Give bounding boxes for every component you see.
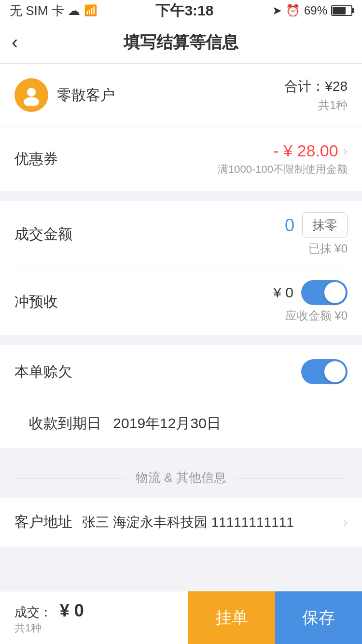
- status-left: 无 SIM 卡 ☁ 📶: [10, 2, 97, 19]
- battery-icon: [331, 5, 352, 16]
- customer-row: 零散客户 合计：¥28 共1种: [0, 64, 362, 126]
- coupon-right: - ¥ 28.00 ›: [273, 141, 348, 160]
- logistics-header: 物流 & 其他信息: [0, 458, 362, 498]
- customer-section: 零散客户 合计：¥28 共1种 优惠券 - ¥ 28.00 › 满1000-10…: [0, 64, 362, 191]
- deal-amount-label: 成交金额: [14, 224, 72, 244]
- customer-left: 零散客户: [14, 78, 115, 112]
- sim-label: 无 SIM 卡 ☁: [10, 2, 80, 19]
- duedate-value: 2019年12月30日: [113, 415, 221, 431]
- deal-amount-value: 0: [285, 215, 294, 236]
- total-amount: 合计：¥28: [284, 77, 348, 96]
- round-button[interactable]: 抹零: [302, 212, 348, 238]
- svg-point-0: [27, 88, 36, 97]
- deal-amount-right: 0 抹零 已抹 ¥0: [285, 212, 348, 256]
- prepay-right: ¥ 0 应收金额 ¥0: [273, 280, 348, 323]
- deal-amount-row: 成交金额 0 抹零 已抹 ¥0: [14, 201, 348, 268]
- bottom-info: 成交： ¥ 0 共1种: [0, 601, 188, 635]
- page-title: 填写结算等信息: [124, 31, 238, 54]
- status-bar: 无 SIM 卡 ☁ 📶 下午3:18 ➤ ⏰ 69%: [0, 0, 362, 21]
- debt-section: 本单赊欠 收款到期日 2019年12月30日: [0, 345, 362, 448]
- address-label: 客户地址: [14, 512, 72, 532]
- debt-toggle-thumb: [324, 361, 346, 382]
- logistics-label: 物流 & 其他信息: [126, 469, 236, 486]
- total-count: 共1种: [284, 98, 348, 113]
- bottom-deal-line: 成交： ¥ 0: [14, 601, 174, 621]
- prepay-value-row: ¥ 0: [273, 280, 348, 305]
- duedate-label: 收款到期日: [29, 415, 101, 431]
- wifi-icon: 📶: [84, 4, 97, 17]
- alarm-icon: ⏰: [286, 4, 300, 17]
- bottom-deal-amount: ¥ 0: [60, 601, 84, 620]
- coupon-row[interactable]: 优惠券 - ¥ 28.00 › 满1000-100不限制使用金额: [0, 126, 362, 191]
- nav-bar: ‹ 填写结算等信息: [0, 21, 362, 64]
- prepay-value: ¥ 0: [273, 284, 293, 301]
- address-value: 张三 海淀永丰科技园 11111111111: [82, 513, 343, 532]
- svg-point-1: [24, 97, 39, 106]
- bottom-deal-label: 成交：: [14, 605, 52, 619]
- coupon-value: - ¥ 28.00: [273, 141, 338, 160]
- user-icon: [21, 84, 42, 106]
- bottom-bar: 成交： ¥ 0 共1种 挂单 保存: [0, 591, 362, 644]
- debt-toggle[interactable]: [301, 359, 348, 384]
- back-button[interactable]: ‹: [12, 31, 18, 53]
- chevron-right-icon: ›: [343, 143, 348, 159]
- duedate-row: 收款到期日 2019年12月30日: [14, 399, 348, 448]
- deal-sub-label: 已抹 ¥0: [308, 241, 348, 256]
- hold-button[interactable]: 挂单: [188, 591, 275, 644]
- address-row[interactable]: 客户地址 张三 海淀永丰科技园 11111111111 ›: [14, 498, 348, 546]
- location-icon: ➤: [272, 4, 282, 17]
- bottom-count: 共1种: [14, 621, 174, 635]
- prepay-row: 冲预收 ¥ 0 应收金额 ¥0: [14, 268, 348, 335]
- debt-label: 本单赊欠: [14, 362, 72, 382]
- prepay-sub-label: 应收金额 ¥0: [285, 308, 348, 323]
- coupon-label: 优惠券: [14, 149, 58, 169]
- save-button[interactable]: 保存: [275, 591, 362, 644]
- prepay-label: 冲预收: [14, 292, 58, 312]
- prepay-toggle[interactable]: [301, 280, 348, 305]
- avatar: [14, 78, 48, 112]
- deal-value-row: 0 抹零: [285, 212, 348, 238]
- debt-row: 本单赊欠: [14, 345, 348, 399]
- deal-section: 成交金额 0 抹零 已抹 ¥0 冲预收 ¥ 0 应收金额 ¥0: [0, 201, 362, 335]
- customer-right: 合计：¥28 共1种: [284, 77, 348, 113]
- status-right: ➤ ⏰ 69%: [272, 4, 352, 17]
- customer-name: 零散客户: [57, 85, 115, 105]
- address-chevron-icon: ›: [343, 515, 348, 530]
- coupon-desc: 满1000-100不限制使用金额: [218, 162, 348, 177]
- toggle-thumb: [324, 282, 346, 303]
- battery-percent: 69%: [304, 4, 327, 17]
- status-time: 下午3:18: [155, 1, 213, 21]
- address-section: 客户地址 张三 海淀永丰科技园 11111111111 ›: [0, 498, 362, 546]
